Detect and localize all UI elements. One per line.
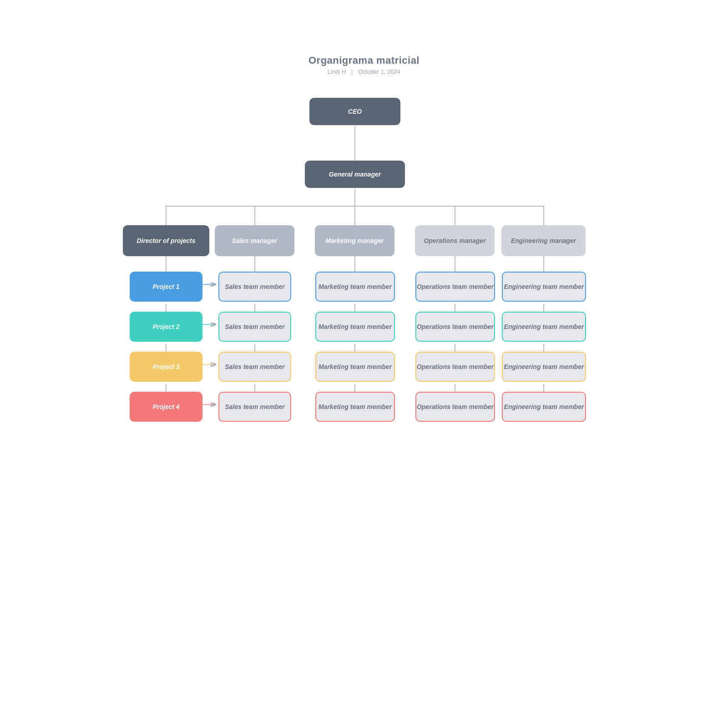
director-node: Director of projects	[123, 225, 209, 256]
engineering-member4-node: Engineering team member	[502, 392, 586, 422]
page-container: Organigrama matricial Lindi H | October …	[0, 0, 728, 728]
project4-node: Project 4	[130, 392, 202, 422]
engineering-manager-node: Engineering manager	[501, 225, 586, 256]
project3-node: Project 3	[130, 352, 202, 382]
author-name: Lindi H	[328, 68, 346, 75]
separator: |	[351, 68, 353, 75]
engineering-member2-node: Engineering team member	[502, 312, 586, 342]
sales-member1-node: Sales team member	[218, 272, 291, 302]
operations-member2-node: Operations team member	[415, 312, 495, 342]
page-title: Organigrama matricial	[308, 55, 420, 66]
operations-manager-node: Operations manager	[415, 225, 495, 256]
sales-member4-node: Sales team member	[218, 392, 291, 422]
page-subtitle: Lindi H | October 1, 2024	[308, 68, 420, 75]
marketing-member3-node: Marketing team member	[315, 352, 395, 382]
marketing-member4-node: Marketing team member	[315, 392, 395, 422]
operations-member4-node: Operations team member	[415, 392, 495, 422]
sales-member3-node: Sales team member	[218, 352, 291, 382]
operations-member3-node: Operations team member	[415, 352, 495, 382]
project1-node: Project 1	[130, 272, 202, 302]
org-chart: CEO General manager Director of projects…	[91, 93, 637, 548]
header: Organigrama matricial Lindi H | October …	[308, 55, 420, 75]
operations-member1-node: Operations team member	[415, 272, 495, 302]
project2-node: Project 2	[130, 312, 202, 342]
marketing-member2-node: Marketing team member	[315, 312, 395, 342]
sales-manager-node: Sales manager	[215, 225, 294, 256]
marketing-manager-node: Marketing manager	[315, 225, 394, 256]
sales-member2-node: Sales team member	[218, 312, 291, 342]
engineering-member1-node: Engineering team member	[502, 272, 586, 302]
publish-date: October 1, 2024	[358, 68, 400, 75]
ceo-node: CEO	[309, 98, 400, 125]
marketing-member1-node: Marketing team member	[315, 272, 395, 302]
general-manager-node: General manager	[305, 161, 405, 188]
engineering-member3-node: Engineering team member	[502, 352, 586, 382]
